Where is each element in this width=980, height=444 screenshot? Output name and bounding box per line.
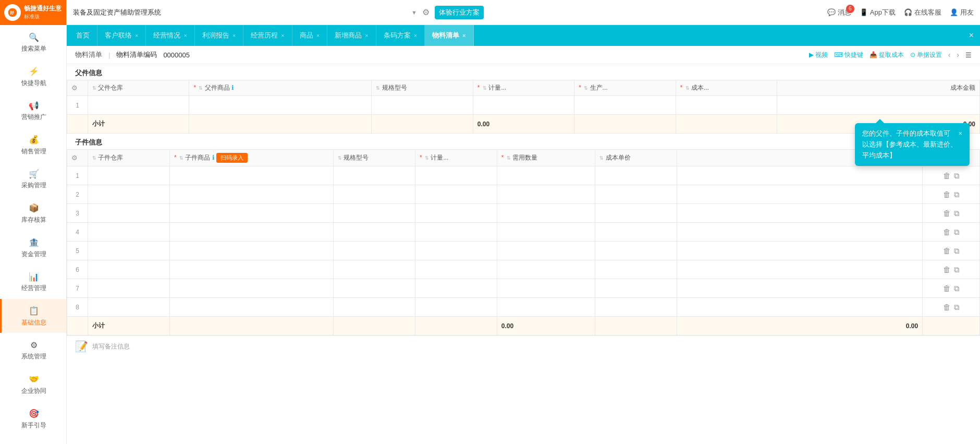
child-spec-cell-1[interactable] xyxy=(333,166,415,185)
layout-icon[interactable]: ☰ xyxy=(965,51,972,59)
child-cost-amount-cell-8[interactable] xyxy=(677,298,923,317)
tab-barcode[interactable]: 条码方案 × xyxy=(376,25,425,46)
online-service-action[interactable]: 🎧 在线客服 xyxy=(904,8,941,17)
child-cost-amount-cell-6[interactable] xyxy=(677,260,923,279)
app-download-action[interactable]: 📱 App下载 xyxy=(860,8,896,17)
child-product-cell-3[interactable] xyxy=(169,204,333,223)
tab-operation[interactable]: 经营情况 × xyxy=(146,25,194,46)
delete-icon-1[interactable]: 🗑 xyxy=(943,171,951,180)
child-quantity-cell-5[interactable] xyxy=(497,242,595,260)
tab-bom-close[interactable]: × xyxy=(462,32,466,39)
tab-history[interactable]: 经营历程 × xyxy=(243,25,292,46)
copy-icon-4[interactable]: ⧉ xyxy=(954,227,960,237)
delete-icon-8[interactable]: 🗑 xyxy=(943,303,951,311)
child-cost-amount-cell-7[interactable] xyxy=(677,279,923,298)
copy-icon-5[interactable]: ⧉ xyxy=(954,246,960,256)
child-quantity-cell-6[interactable] xyxy=(497,260,595,279)
child-spec-cell-7[interactable] xyxy=(333,279,415,298)
settings-gear-icon[interactable]: ⚙ xyxy=(422,7,430,17)
copy-icon-1[interactable]: ⧉ xyxy=(954,171,960,181)
child-cost-amount-cell-1[interactable] xyxy=(677,166,923,185)
child-product-cell-8[interactable] xyxy=(169,298,333,317)
single-settings-button[interactable]: ⊙ 单据设置 xyxy=(910,51,942,59)
parent-warehouse-cell-1[interactable] xyxy=(88,96,189,115)
child-spec-cell-5[interactable] xyxy=(333,242,415,260)
child-quantity-cell-1[interactable] xyxy=(497,166,595,185)
tab-new-goods[interactable]: 新增商品 × xyxy=(327,25,376,46)
copy-icon-7[interactable]: ⧉ xyxy=(954,284,960,293)
delete-icon-5[interactable]: 🗑 xyxy=(943,246,951,255)
parent-unit-cell-1[interactable] xyxy=(473,96,574,115)
tab-customer-close[interactable]: × xyxy=(135,32,138,39)
child-product-cell-1[interactable] xyxy=(169,166,333,185)
sidebar-item-marketing[interactable]: 📢 营销推广 xyxy=(0,93,66,128)
sidebar-item-quick-nav[interactable]: ⚡ 快捷导航 xyxy=(0,59,66,94)
tab-profit[interactable]: 利润报告 × xyxy=(195,25,243,46)
shortcut-tool-button[interactable]: ⌨ 快捷键 xyxy=(834,51,863,59)
sidebar-item-inventory[interactable]: 📦 库存核算 xyxy=(0,196,66,231)
tab-operation-close[interactable]: × xyxy=(183,32,187,39)
child-unit-cell-4[interactable] xyxy=(415,223,497,242)
child-cost-amount-cell-5[interactable] xyxy=(677,242,923,260)
experience-plan-button[interactable]: 体验行业方案 xyxy=(435,6,484,19)
child-spec-cell-3[interactable] xyxy=(333,204,415,223)
breadcrumb-parent[interactable]: 物料清单 xyxy=(75,50,102,59)
tab-bom[interactable]: 物料清单 × xyxy=(425,25,473,46)
copy-icon-2[interactable]: ⧉ xyxy=(954,190,960,199)
child-unit-cell-8[interactable] xyxy=(415,298,497,317)
sidebar-item-purchase[interactable]: 🛒 采购管理 xyxy=(0,162,66,196)
child-unit-price-cell-2[interactable] xyxy=(595,185,677,204)
message-action[interactable]: 💬 消息 6 xyxy=(827,8,851,17)
child-warehouse-cell-5[interactable] xyxy=(88,242,170,260)
scan-input-button[interactable]: 扫码录入 xyxy=(216,153,248,163)
sidebar-item-sales[interactable]: 💰 销售管理 xyxy=(0,128,66,162)
sidebar-item-basic-info[interactable]: 📋 基础信息 xyxy=(0,299,66,333)
nav-prev-icon[interactable]: ‹ xyxy=(948,51,951,59)
child-product-cell-5[interactable] xyxy=(169,242,333,260)
child-unit-cell-5[interactable] xyxy=(415,242,497,260)
child-product-cell-7[interactable] xyxy=(169,279,333,298)
parent-product-cell-1[interactable] xyxy=(189,96,372,115)
child-warehouse-cell-8[interactable] xyxy=(88,298,170,317)
parent-cost-amount-cell-1[interactable] xyxy=(777,96,980,115)
parent-spec-cell-1[interactable] xyxy=(372,96,473,115)
sidebar-item-guide[interactable]: 🎯 新手引导 xyxy=(0,402,66,436)
child-quantity-cell-4[interactable] xyxy=(497,223,595,242)
view-tool-button[interactable]: ▶ 视频 xyxy=(809,51,828,59)
child-spec-cell-8[interactable] xyxy=(333,298,415,317)
child-cost-amount-cell-3[interactable] xyxy=(677,204,923,223)
sidebar-item-search[interactable]: 🔍 搜索菜单 xyxy=(0,25,66,59)
child-unit-price-cell-8[interactable] xyxy=(595,298,677,317)
child-warehouse-cell-4[interactable] xyxy=(88,223,170,242)
delete-icon-6[interactable]: 🗑 xyxy=(943,265,951,274)
extract-cost-button[interactable]: 📥 提取成本 xyxy=(869,51,904,59)
child-product-cell-4[interactable] xyxy=(169,223,333,242)
tab-barcode-close[interactable]: × xyxy=(414,32,417,39)
child-unit-cell-3[interactable] xyxy=(415,204,497,223)
tab-profit-close[interactable]: × xyxy=(232,32,236,39)
copy-icon-3[interactable]: ⧉ xyxy=(954,209,960,218)
child-warehouse-cell-7[interactable] xyxy=(88,279,170,298)
child-unit-price-cell-1[interactable] xyxy=(595,166,677,185)
child-product-cell-6[interactable] xyxy=(169,260,333,279)
tab-goods[interactable]: 商品 × xyxy=(292,25,327,46)
child-warehouse-cell-6[interactable] xyxy=(88,260,170,279)
child-unit-cell-1[interactable] xyxy=(415,166,497,185)
tab-goods-close[interactable]: × xyxy=(316,32,320,39)
child-spec-cell-6[interactable] xyxy=(333,260,415,279)
tooltip-close-button[interactable]: × xyxy=(958,128,962,139)
child-unit-cell-2[interactable] xyxy=(415,185,497,204)
child-warehouse-cell-1[interactable] xyxy=(88,166,170,185)
sidebar-item-finance[interactable]: 🏦 资金管理 xyxy=(0,231,66,265)
delete-icon-4[interactable]: 🗑 xyxy=(943,227,951,236)
child-cost-amount-cell-4[interactable] xyxy=(677,223,923,242)
copy-icon-6[interactable]: ⧉ xyxy=(954,265,960,274)
child-unit-cell-7[interactable] xyxy=(415,279,497,298)
close-all-tabs-button[interactable]: × xyxy=(965,31,978,40)
delete-icon-7[interactable]: 🗑 xyxy=(943,284,951,293)
child-unit-price-cell-3[interactable] xyxy=(595,204,677,223)
nav-next-icon[interactable]: › xyxy=(957,51,959,59)
child-spec-cell-4[interactable] xyxy=(333,223,415,242)
child-unit-price-cell-6[interactable] xyxy=(595,260,677,279)
child-quantity-cell-8[interactable] xyxy=(497,298,595,317)
